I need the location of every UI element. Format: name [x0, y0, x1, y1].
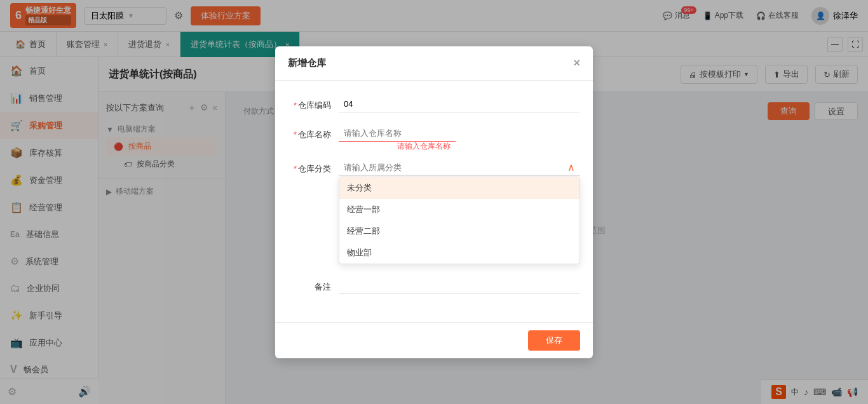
- overlay[interactable]: 新增仓库 × 仓库编码 仓库名称 请输入仓库名称 仓库分类: [0, 0, 868, 404]
- dialog-title: 新增仓库: [288, 57, 326, 69]
- form-row-notes: 备注: [288, 278, 580, 294]
- notes-label: 备注: [288, 278, 339, 293]
- category-input[interactable]: [339, 159, 562, 175]
- form-row-code: 仓库编码: [288, 96, 580, 112]
- name-input-wrap: 请输入仓库名称: [339, 125, 580, 142]
- code-input[interactable]: [339, 96, 580, 112]
- dialog-footer: 保存: [275, 322, 593, 358]
- category-label: 仓库分类: [288, 159, 339, 175]
- dialog-body: 仓库编码 仓库名称 请输入仓库名称 仓库分类 ∧ 未分类: [275, 81, 593, 322]
- category-select-wrap: ∧ 未分类 经营一部 经营二部 物业部: [339, 159, 580, 176]
- dialog-close-button[interactable]: ×: [573, 57, 580, 70]
- name-input[interactable]: [339, 125, 456, 142]
- dialog-header: 新增仓库 ×: [275, 46, 593, 81]
- name-error-msg: 请输入仓库名称: [397, 141, 451, 152]
- category-option-dept2[interactable]: 经营二部: [339, 220, 580, 242]
- form-row-name: 仓库名称 请输入仓库名称: [288, 125, 580, 142]
- category-toggle-icon[interactable]: ∧: [562, 161, 580, 173]
- category-option-dept1[interactable]: 经营一部: [339, 199, 580, 220]
- category-option-unclassified[interactable]: 未分类: [339, 177, 580, 199]
- form-row-category: 仓库分类 ∧ 未分类 经营一部 经营二部 物业部: [288, 159, 580, 176]
- category-option-dept3[interactable]: 物业部: [339, 242, 580, 264]
- dialog-add-warehouse: 新增仓库 × 仓库编码 仓库名称 请输入仓库名称 仓库分类: [275, 46, 593, 358]
- name-label: 仓库名称: [288, 125, 339, 140]
- category-dropdown: 未分类 经营一部 经营二部 物业部: [339, 177, 580, 264]
- save-button[interactable]: 保存: [528, 330, 580, 351]
- notes-input[interactable]: [339, 278, 580, 294]
- code-label: 仓库编码: [288, 96, 339, 111]
